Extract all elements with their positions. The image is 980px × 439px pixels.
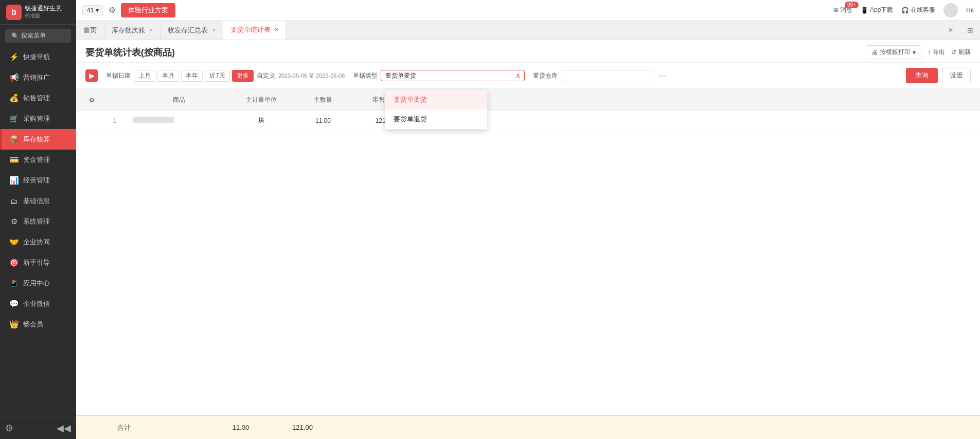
- tab-inventory-batch[interactable]: 库存批次账 ×: [104, 21, 161, 40]
- sidebar-item-marketing[interactable]: 📢 营销推广: [0, 67, 76, 88]
- warehouse-filter-group: 要货仓库 ···: [533, 70, 666, 81]
- print-dropdown-icon[interactable]: ▾: [913, 49, 916, 56]
- app-logo: b 畅捷通好生意 标准版: [0, 0, 76, 25]
- sidebar-item-guide[interactable]: 🎯 新手引导: [0, 252, 76, 273]
- refresh-label: 刷新: [958, 48, 971, 57]
- dropdown-item-order[interactable]: 要货单要货: [385, 90, 487, 109]
- sidebar-item-quick-nav[interactable]: ⚡ 快捷导航: [0, 47, 76, 67]
- date-last-month-btn[interactable]: 上月: [134, 70, 155, 82]
- page-actions: 🖨 按模板打印 ▾ ↑ 导出 ↺ 刷新: [866, 45, 971, 59]
- export-icon: ↑: [928, 49, 931, 56]
- filter-actions: 查询 设置: [906, 68, 971, 83]
- td-index: 1: [102, 117, 128, 124]
- app-download-button[interactable]: 📱 App下载: [861, 6, 893, 14]
- window-expand-button[interactable]: ⊞: [960, 21, 980, 40]
- tab-order-stats-label: 要货单统计表: [230, 25, 271, 34]
- tab-home[interactable]: 首页: [76, 21, 104, 40]
- refresh-button[interactable]: ↺ 刷新: [951, 48, 971, 57]
- date-more-btn[interactable]: 更多: [232, 70, 254, 82]
- operations-icon: 📊: [9, 175, 19, 186]
- cooperation-icon: 🤝: [9, 237, 19, 247]
- trial-button[interactable]: 体验行业方案: [121, 3, 175, 17]
- dropdown-item-return[interactable]: 要货单退货: [385, 109, 487, 129]
- export-button[interactable]: ↑ 导出: [928, 48, 945, 57]
- topbar: 41 ▾ ⚙ 体验行业方案 ✉ 消息 99+ 📱 App下载 🎧 在线客服 Ri…: [76, 0, 980, 21]
- app-name: 畅捷通好生意: [25, 5, 62, 13]
- tab-receivable-summary-label: 收发存汇总表: [168, 26, 208, 35]
- online-service-button[interactable]: 🎧 在线客服: [901, 6, 935, 14]
- sidebar-item-cooperation[interactable]: 🤝 企业协同: [0, 232, 76, 252]
- sidebar-item-vip[interactable]: 👑 畅会员: [0, 314, 76, 335]
- tab-order-stats[interactable]: 要货单统计表 ×: [223, 21, 286, 40]
- sidebar-item-finance[interactable]: 💳 资金管理: [0, 150, 76, 170]
- messages-button[interactable]: ✉ 消息 99+: [833, 6, 852, 14]
- sidebar-bottom: ⚙ ◀◀: [0, 417, 76, 439]
- td-unit: 块: [230, 116, 292, 125]
- table-footer: 合计 11.00 121.00: [76, 415, 980, 439]
- sidebar-item-enterprise-wechat[interactable]: 💬 企业微信: [0, 294, 76, 314]
- sidebar-item-inventory[interactable]: 📦 库存核算: [0, 129, 76, 150]
- app-download-label: App下载: [870, 6, 893, 14]
- footer-quantity: 11.00: [210, 424, 272, 431]
- warehouse-filter-input[interactable]: [561, 70, 653, 81]
- sidebar-collapse-btn[interactable]: ◀◀: [57, 423, 71, 434]
- sidebar-item-label: 资金管理: [23, 155, 50, 164]
- topbar-settings-icon[interactable]: ⚙: [109, 5, 116, 15]
- th-settings[interactable]: ⚙: [81, 97, 102, 104]
- th-unit: 主计量单位: [230, 96, 292, 104]
- topbar-right: ✉ 消息 99+ 📱 App下载 🎧 在线客服 Rit: [833, 3, 974, 17]
- table-row: 1 块 11.00 121.00: [76, 111, 980, 131]
- filter-expand-button[interactable]: ▶: [85, 69, 98, 82]
- company-selector[interactable]: 41 ▾: [82, 5, 103, 15]
- date-custom-btn[interactable]: 自定义: [257, 71, 275, 80]
- search-icon: 🔍: [11, 32, 19, 40]
- export-label: 导出: [933, 48, 945, 57]
- date-shortcuts: 上月 本月 本年 近7天 更多: [134, 70, 254, 82]
- enterprise-wechat-icon: 💬: [9, 299, 19, 309]
- table-header: ⚙ 商品 主计量单位 主数量 零售金额: [76, 90, 980, 111]
- print-button[interactable]: 🖨 按模板打印 ▾: [866, 45, 921, 59]
- query-button[interactable]: 查询: [906, 68, 938, 83]
- user-avatar[interactable]: [943, 3, 958, 17]
- type-filter-group: 单据类型 ∧: [353, 70, 525, 81]
- table-body: 1 块 11.00 121.00: [76, 111, 980, 415]
- tabs-right: × ⊞: [941, 21, 980, 40]
- tab-home-label: 首页: [83, 26, 97, 35]
- type-dropdown: 要货单要货 要货单退货: [385, 89, 488, 130]
- online-service-label: 在线客服: [911, 6, 935, 14]
- filter-settings-button[interactable]: 设置: [942, 68, 971, 83]
- guide-icon: 🎯: [9, 258, 19, 268]
- sidebar-item-base-info[interactable]: 🗂 基础信息: [0, 191, 76, 211]
- sidebar-item-sales[interactable]: 💰 销售管理: [0, 88, 76, 108]
- tab-order-stats-close[interactable]: ×: [275, 26, 278, 33]
- type-filter-dropdown-icon[interactable]: ∧: [515, 71, 521, 80]
- sales-icon: 💰: [9, 93, 19, 103]
- date-filter-label: 单据日期: [106, 71, 131, 80]
- search-menu[interactable]: 🔍 搜索菜单: [5, 29, 71, 43]
- filter-more-icon[interactable]: ···: [658, 70, 666, 81]
- tab-receivable-summary-close[interactable]: ×: [212, 27, 216, 34]
- window-close-button[interactable]: ×: [941, 21, 960, 40]
- footer-amount: 121.00: [272, 424, 333, 431]
- filter-bar: ▶ 单据日期 上月 本月 本年 近7天 更多 自定义 2023-05-06 至 …: [76, 63, 980, 89]
- sidebar-item-purchase[interactable]: 🛒 采购管理: [0, 108, 76, 129]
- topbar-left: 41 ▾ ⚙ 体验行业方案: [82, 3, 175, 17]
- date-this-year-btn[interactable]: 本年: [181, 70, 203, 82]
- sidebar-item-label: 经营管理: [23, 176, 50, 185]
- base-info-icon: 🗂: [9, 196, 19, 206]
- tab-receivable-summary[interactable]: 收发存汇总表 ×: [161, 21, 223, 40]
- tabs-bar: 首页 库存批次账 × 收发存汇总表 × 要货单统计表 × × ⊞: [76, 21, 980, 40]
- app-center-icon: 📱: [9, 278, 19, 288]
- print-icon: 🖨: [871, 49, 878, 56]
- sidebar-item-app-center[interactable]: 📱 应用中心: [0, 273, 76, 294]
- sidebar-item-label: 企业协同: [23, 237, 50, 247]
- type-filter-input[interactable]: [381, 70, 525, 81]
- sidebar-settings-btn[interactable]: ⚙: [5, 423, 13, 434]
- sidebar-item-label: 采购管理: [23, 114, 50, 123]
- company-dropdown-icon: ▾: [96, 7, 99, 14]
- date-last-7-days-btn[interactable]: 近7天: [205, 70, 230, 82]
- sidebar-item-operations[interactable]: 📊 经营管理: [0, 170, 76, 191]
- tab-inventory-batch-close[interactable]: ×: [149, 27, 153, 34]
- date-this-month-btn[interactable]: 本月: [157, 70, 179, 82]
- sidebar-item-system[interactable]: ⚙ 系统管理: [0, 211, 76, 232]
